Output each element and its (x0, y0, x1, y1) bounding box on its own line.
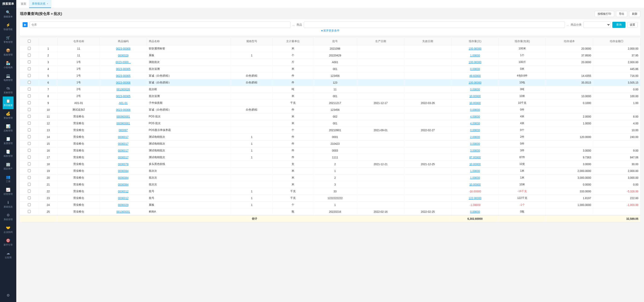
row-qty-main[interactable]: 1.00000 (452, 52, 499, 59)
sidebar-settings[interactable]: ⚙ (6, 291, 11, 300)
row-checkbox[interactable] (20, 181, 39, 188)
tab-home[interactable]: 首页 (18, 0, 29, 8)
row-settle-amount: 0.00 (593, 86, 640, 93)
sidebar-item-newbie[interactable]: 🎯新手引导 (3, 236, 14, 249)
icon-inventory: 📋 (6, 99, 10, 103)
sidebar-item-collab[interactable]: 🤝企业协同 (3, 223, 14, 236)
row-qty-main[interactable]: 3.00000 (452, 147, 499, 154)
tab-inventory_batch[interactable]: 库存批次览× (29, 0, 51, 8)
sidebar-item-retail[interactable]: 🛒零售管理 (3, 33, 14, 46)
sidebar-item-finance[interactable]: 💰资金管理 (3, 109, 14, 122)
category-select[interactable] (584, 22, 610, 28)
row-qty-main[interactable]: 0.00000 (452, 140, 499, 147)
sidebar-item-ops[interactable]: 📈经营管理 (3, 185, 14, 198)
row-index: 15 (39, 140, 58, 147)
export-btn[interactable]: 导出 (616, 11, 627, 17)
sidebar-item-invoice[interactable]: 🧾发票管理 (3, 134, 14, 147)
row-checkbox[interactable] (20, 188, 39, 195)
row-qty-main[interactable]: 0.00000 (452, 127, 499, 134)
sidebar-item-fixed[interactable]: 🏢固定资产 (3, 160, 14, 173)
row-qty-main[interactable]: 100.00000 (452, 45, 499, 52)
sidebar-item-purchase[interactable]: 🛍采购管理 (3, 84, 14, 96)
row-qty-main[interactable]: 10.00000 (452, 161, 499, 168)
row-qty-main[interactable]: 0.00000 (452, 106, 499, 113)
row-qty-main[interactable]: 1.00000 (452, 175, 499, 181)
row-qty-main[interactable]: 10.00000 (452, 181, 499, 188)
sidebar-label-newbie: 新手引导 (4, 243, 13, 246)
row-exp-date (404, 93, 452, 100)
sidebar-item-smallec[interactable]: 🏪小批电商 (3, 59, 14, 71)
row-qty-main[interactable]: 10.00000 (452, 93, 499, 100)
th-prod-date: 生产日期 (357, 38, 404, 45)
row-qty-main[interactable]: 2.00000 (452, 134, 499, 140)
search-btn[interactable]: 查询 (612, 22, 626, 28)
row-checkbox[interactable] (20, 66, 39, 73)
sidebar-item-tax[interactable]: 📑税务管理 (3, 147, 14, 160)
row-checkbox[interactable] (20, 168, 39, 175)
row-settle-amount: 1.00 (593, 100, 640, 106)
row-checkbox[interactable] (20, 100, 39, 106)
row-qty-main[interactable]: 87.00000 (452, 154, 499, 161)
row-checkbox[interactable] (20, 175, 39, 181)
sidebar-item-cloud[interactable]: ☁云应用 (3, 249, 14, 261)
sidebar-item-search[interactable]: 🔍搜索菜单 (3, 8, 14, 21)
sidebar-item-hr[interactable]: 👥工资 (3, 173, 14, 185)
table-row: 9 A01-01 A01-01 子件保质期 千克 20211217 2021-1… (20, 100, 640, 106)
sidebar-logo[interactable]: 搜索菜单 (0, 0, 16, 8)
row-checkbox[interactable] (20, 147, 39, 154)
row-qty-main[interactable]: 100.00000 (452, 79, 499, 86)
row-qty-main[interactable]: -16.00000 (452, 188, 499, 195)
row-checkbox[interactable] (20, 45, 39, 52)
row-qty-main[interactable]: 49.60000 (452, 73, 499, 79)
sidebar-item-basic[interactable]: ℹ基础信息 (3, 198, 14, 211)
print-btn[interactable]: 按模板打印 (595, 11, 614, 17)
row-qty-main[interactable]: 1.00000 (452, 168, 499, 175)
select-all-checkbox[interactable] (28, 40, 31, 43)
row-checkbox[interactable] (20, 73, 39, 79)
sidebar-item-system[interactable]: ⚙系统管理 (3, 211, 14, 223)
row-qty-main[interactable]: -1.00000 (452, 202, 499, 208)
row-checkbox[interactable] (20, 140, 39, 147)
row-checkbox[interactable] (20, 154, 39, 161)
goods-input[interactable] (304, 22, 565, 28)
row-qty-main[interactable]: 0.00000 (452, 66, 499, 73)
settings-btn[interactable]: 设置 (627, 22, 638, 28)
row-qty-main[interactable]: 4.00000 (452, 120, 499, 127)
row-checkbox[interactable] (20, 86, 39, 93)
sidebar-item-ecommerce[interactable]: 💻电商管理 (3, 71, 14, 84)
row-checkbox[interactable] (20, 127, 39, 134)
warehouse-input[interactable] (30, 22, 290, 28)
sidebar-item-inventory[interactable]: 📋库存核查 (3, 96, 14, 109)
filter-nav-btn[interactable]: ▶ (22, 22, 28, 27)
row-checkbox[interactable] (20, 134, 39, 140)
row-qty-main[interactable]: 4.00000 (452, 113, 499, 120)
row-checkbox[interactable] (20, 106, 39, 113)
row-checkbox[interactable] (20, 79, 39, 86)
row-qty-main[interactable]: 0.00000 (452, 208, 499, 215)
row-checkbox[interactable] (20, 52, 39, 59)
row-qty-main[interactable]: 100.00000 (452, 59, 499, 66)
sidebar-item-wholesale[interactable]: 📦批发管理 (3, 46, 14, 59)
row-qty-main[interactable]: 10.00000 (452, 100, 499, 106)
row-checkbox[interactable] (20, 93, 39, 100)
sidebar-item-quicknav[interactable]: ⚡快速导航 (3, 21, 14, 33)
row-checkbox[interactable] (20, 161, 39, 168)
row-qty-main[interactable]: 122.00000 (452, 195, 499, 202)
row-checkbox[interactable] (20, 208, 39, 215)
row-checkbox[interactable] (20, 120, 39, 127)
sidebar-item-general[interactable]: 📊总账管理 (3, 122, 14, 134)
row-checkbox[interactable] (20, 202, 39, 208)
row-goods-name: 测试电销批次 (147, 140, 231, 147)
row-warehouse: 营业粮仓 (58, 181, 100, 188)
expand-conditions[interactable]: ▼ 展开更多条件 (22, 28, 638, 34)
row-goods-code: 000097 (100, 127, 147, 134)
row-index: 2 (39, 52, 58, 59)
refresh-btn[interactable]: 刷新 (629, 11, 640, 17)
row-goods-code: 0023-00008 (100, 79, 147, 86)
tab-close-inventory_batch[interactable]: × (47, 3, 48, 5)
row-checkbox[interactable] (20, 59, 39, 66)
row-qty-main[interactable]: 0.00000 (452, 86, 499, 93)
row-checkbox[interactable] (20, 113, 39, 120)
row-checkbox[interactable] (20, 195, 39, 202)
row-warehouse: 营业粮仓 (58, 147, 100, 154)
